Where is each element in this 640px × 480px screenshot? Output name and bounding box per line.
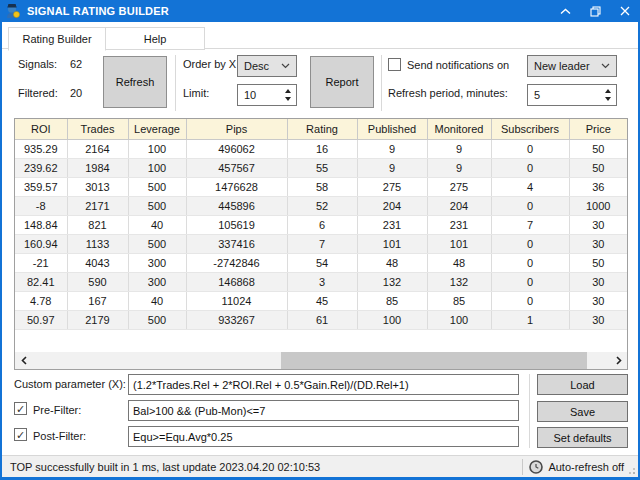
load-button[interactable]: Load <box>537 374 628 395</box>
table-cell: 1000 <box>569 196 627 215</box>
report-button[interactable]: Report <box>310 56 374 108</box>
scroll-left-button[interactable] <box>15 352 32 369</box>
table-row[interactable]: 160.9411335003374167101101030 <box>15 234 627 253</box>
tab-rating-builder[interactable]: Rating Builder <box>8 27 106 51</box>
refresh-period-spinner[interactable]: 5 <box>527 84 617 106</box>
table-cell: 100 <box>357 310 427 329</box>
resize-grip[interactable] <box>626 465 636 475</box>
save-button[interactable]: Save <box>537 401 628 422</box>
close-icon <box>620 6 630 16</box>
table-cell: 36 <box>569 177 627 196</box>
table-cell: 0 <box>491 234 569 253</box>
auto-refresh-status[interactable]: Auto-refresh off <box>548 461 624 473</box>
table-cell: 231 <box>427 215 491 234</box>
table-cell: 101 <box>427 234 491 253</box>
table-cell: 4043 <box>67 253 128 272</box>
column-header-rating: Rating <box>287 119 357 139</box>
table-cell: 2171 <box>67 196 128 215</box>
tab-strip: Rating BuilderHelp <box>2 26 638 49</box>
table-cell: 48 <box>357 253 427 272</box>
table-cell: 48 <box>427 253 491 272</box>
chevron-left-icon <box>21 356 27 365</box>
table-row[interactable]: 148.84821401056196231231730 <box>15 215 627 234</box>
refresh-period-label: Refresh period, minutes: <box>388 87 508 99</box>
table-row[interactable]: -821715004458965220420401000 <box>15 196 627 215</box>
column-header-pips: Pips <box>186 119 287 139</box>
filtered-label: Filtered: <box>18 87 58 99</box>
client-area: Rating BuilderHelp Signals: 62 Filtered:… <box>2 22 638 477</box>
table-cell: 0 <box>491 158 569 177</box>
table-cell: 2179 <box>67 310 128 329</box>
post-filter-checkbox[interactable]: ✓ <box>14 428 27 441</box>
table-row[interactable]: -214043300-2742846544848050 <box>15 253 627 272</box>
table-cell: 6 <box>287 215 357 234</box>
table-cell: 3013 <box>67 177 128 196</box>
custom-parameter-input[interactable] <box>128 374 519 395</box>
chevron-up-icon <box>560 8 571 15</box>
order-by-label: Order by X <box>183 58 236 70</box>
notification-type-select[interactable]: New leader <box>527 55 617 77</box>
spin-up-icon[interactable] <box>605 89 611 93</box>
table-cell: 204 <box>427 196 491 215</box>
clock-icon <box>529 460 543 474</box>
table-cell: 132 <box>427 272 491 291</box>
table-cell: 275 <box>357 177 427 196</box>
table-cell: 132 <box>357 272 427 291</box>
custom-parameter-label: Custom parameter (X): <box>14 378 126 390</box>
spin-up-icon[interactable] <box>285 89 291 93</box>
column-header-price: Price <box>569 119 627 139</box>
table-cell: 100 <box>427 310 491 329</box>
table-row[interactable]: 4.781674011024458585030 <box>15 291 627 310</box>
table-cell: 500 <box>128 234 186 253</box>
table-cell: 239.62 <box>15 158 67 177</box>
spin-down-icon[interactable] <box>285 97 291 101</box>
table-cell: 160.94 <box>15 234 67 253</box>
post-filter-label: Post-Filter: <box>33 430 86 442</box>
post-filter-input[interactable] <box>128 426 519 447</box>
set-defaults-button[interactable]: Set defaults <box>537 427 628 448</box>
table-row[interactable]: 239.6219841004575675599050 <box>15 158 627 177</box>
table-cell: 500 <box>128 196 186 215</box>
table-cell: 148.84 <box>15 215 67 234</box>
table-cell: 30 <box>569 272 627 291</box>
table-cell: 9 <box>357 158 427 177</box>
table-cell: -21 <box>15 253 67 272</box>
restore-button[interactable] <box>580 0 610 22</box>
table-cell: 821 <box>67 215 128 234</box>
order-by-select[interactable]: Desc <box>237 55 297 77</box>
horizontal-scrollbar[interactable] <box>15 352 627 369</box>
table-cell: 500 <box>128 310 186 329</box>
table-row[interactable]: 82.415903001468683132132030 <box>15 272 627 291</box>
refresh-button[interactable]: Refresh <box>103 56 167 108</box>
scrollbar-track[interactable] <box>32 352 610 369</box>
table-cell: 0 <box>491 196 569 215</box>
minimize-button[interactable] <box>550 0 580 22</box>
close-button[interactable] <box>610 0 640 22</box>
table-row[interactable]: 359.573013500147662858275275436 <box>15 177 627 196</box>
table-cell: 100 <box>128 139 186 158</box>
pre-filter-checkbox[interactable]: ✓ <box>14 402 27 415</box>
scroll-right-button[interactable] <box>610 352 627 369</box>
pre-filter-input[interactable] <box>128 400 519 421</box>
scrollbar-thumb[interactable] <box>281 352 587 369</box>
table-row[interactable]: 50.97217950093326761100100130 <box>15 310 627 329</box>
column-header-published: Published <box>357 119 427 139</box>
send-notifications-label: Send notifications on <box>407 59 509 71</box>
table-cell: 50 <box>569 253 627 272</box>
spin-down-icon[interactable] <box>605 97 611 101</box>
table-cell: 0 <box>491 139 569 158</box>
chevron-down-icon <box>601 63 610 69</box>
table-cell: 58 <box>287 177 357 196</box>
table-cell: 359.57 <box>15 177 67 196</box>
order-by-value: Desc <box>244 60 281 72</box>
table-cell: 50.97 <box>15 310 67 329</box>
table-cell: 500 <box>128 177 186 196</box>
send-notifications-checkbox[interactable] <box>388 58 401 71</box>
table-cell: 55 <box>287 158 357 177</box>
limit-spinner[interactable]: 10 <box>237 84 297 106</box>
table-cell: 300 <box>128 272 186 291</box>
table-row[interactable]: 935.2921641004960621699050 <box>15 139 627 158</box>
actions-separator <box>529 374 530 448</box>
tab-help[interactable]: Help <box>106 27 205 50</box>
app-window: SIGNAL RATING BUILDER Rating BuilderHelp… <box>0 0 640 480</box>
